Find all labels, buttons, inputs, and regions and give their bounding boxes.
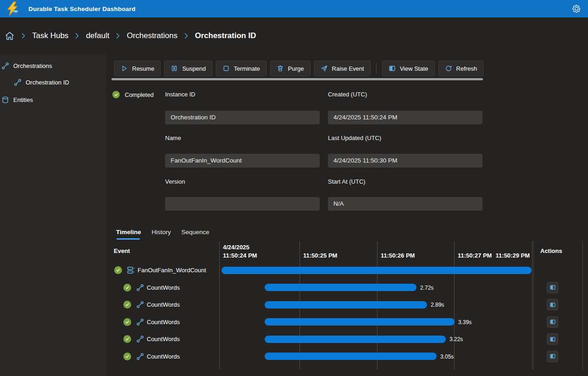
tab-history[interactable]: History (150, 228, 173, 240)
actions-column-header: Actions (540, 247, 562, 254)
toolbar-divider (376, 63, 377, 74)
raise-event-button[interactable]: Raise Event (314, 61, 371, 76)
field-label-name: Name (165, 135, 181, 141)
link-icon (136, 301, 144, 309)
sidebar-item-entities[interactable]: Entities (1, 94, 33, 106)
field-label-start-at-utc-: Start At (UTC) (328, 178, 366, 185)
status-label: Completed (125, 91, 154, 98)
event-status-check-icon (123, 353, 131, 360)
field-input-version[interactable] (165, 197, 320, 211)
gantt-bar[interactable] (265, 284, 416, 291)
database-icon (1, 96, 9, 104)
axis-tick-label: 11:50:25 PM (303, 243, 337, 260)
view-state-button[interactable]: View State (382, 61, 435, 76)
field-label-version: Version (165, 178, 185, 185)
tick-date (381, 243, 415, 252)
event-name: CountWords (147, 335, 180, 343)
suspend-button[interactable]: Suspend (164, 61, 212, 76)
field-input-start-at-utc-[interactable]: N/A (328, 197, 483, 211)
view-state-action-button[interactable] (547, 351, 558, 362)
link-icon (14, 79, 22, 86)
toolbar-button-label: Suspend (182, 65, 205, 72)
timeline-gridline (454, 241, 455, 370)
link-icon (136, 335, 144, 343)
breadcrumb-item-1[interactable]: default (86, 31, 109, 40)
gantt-bar[interactable] (265, 301, 427, 309)
event-status-check-icon (123, 284, 131, 292)
chevron-right-icon (114, 32, 122, 39)
horizontal-scrollbar[interactable] (111, 78, 483, 80)
sidebar-item-orchestration-id[interactable]: Orchestration ID (14, 76, 69, 88)
sidebar-item-orchestrations[interactable]: Orchestrations (1, 60, 52, 72)
tick-time: 11:50:29 PM (496, 252, 530, 260)
axis-tick-label: 4/24/202511:50:24 PM (223, 243, 257, 260)
gantt-bar[interactable] (265, 336, 446, 343)
sidebar-nav: OrchestrationsOrchestration IDEntities (0, 54, 106, 376)
event-status-check-icon (114, 266, 122, 274)
link-icon (1, 62, 9, 70)
actions-column-divider (533, 241, 534, 370)
orchestration-toolbar: ResumeSuspendTerminatePurgeRaise EventVi… (114, 61, 483, 76)
completed-check-icon (112, 91, 120, 98)
gantt-bar[interactable] (265, 353, 437, 360)
link-icon (136, 284, 144, 292)
event-column-header: Event (114, 247, 130, 254)
view-state-action-button[interactable] (547, 316, 558, 328)
tick-time: 11:50:27 PM (458, 252, 492, 260)
duration-label: 3.22s (449, 336, 463, 343)
toolbar-button-label: Terminate (234, 65, 260, 72)
sidebar-item-label: Entities (13, 96, 33, 103)
view-state-action-button[interactable] (547, 299, 558, 310)
tick-date (496, 243, 530, 252)
chevron-right-icon (73, 32, 81, 39)
status-badge: Completed (112, 91, 154, 98)
field-input-instance-id[interactable]: Orchestration ID (165, 111, 320, 124)
sidebar-item-label: Orchestrations (13, 62, 52, 69)
purge-button[interactable]: Purge (270, 61, 311, 76)
terminate-button[interactable]: Terminate (216, 61, 266, 76)
tick-date (303, 243, 337, 252)
link-icon (136, 318, 144, 326)
field-input-created-utc-[interactable]: 4/24/2025 11:50:24 PM (328, 111, 483, 124)
view-state-action-button[interactable] (547, 333, 558, 345)
gantt-bar[interactable] (222, 267, 532, 274)
detail-tabs: TimelineHistorySequence (114, 228, 211, 240)
toolbar-button-label: Resume (132, 65, 154, 72)
home-icon[interactable] (5, 31, 15, 41)
link-icon (136, 353, 144, 360)
duration-label: 3.39s (458, 319, 472, 326)
toolbar-button-label: View State (400, 65, 428, 72)
breadcrumb-item-0[interactable]: Task Hubs (32, 31, 68, 40)
breadcrumb-item-2[interactable]: Orchestrations (127, 31, 178, 40)
view-state-action-button[interactable] (547, 282, 558, 293)
settings-gear-icon[interactable] (570, 2, 583, 16)
toolbar-button-label: Purge (288, 65, 304, 72)
timeline-gridline (219, 241, 220, 370)
tab-sequence[interactable]: Sequence (179, 228, 212, 240)
event-status-check-icon (123, 335, 131, 343)
pause-icon (171, 65, 178, 72)
field-input-last-updated-utc-[interactable]: 4/24/2025 11:50:30 PM (328, 154, 483, 168)
event-name: CountWords (147, 353, 180, 361)
play-icon (121, 65, 128, 72)
gantt-bar[interactable] (265, 318, 455, 325)
event-name: FanOutFanIn_WordCount (138, 266, 206, 275)
app-title: Durable Task Scheduler Dashboard (28, 6, 135, 12)
field-input-name[interactable]: FanOutFanIn_WordCount (165, 154, 320, 168)
breadcrumb-item-3: Orchestration ID (195, 31, 256, 40)
timeline-right-edge-divider (582, 241, 583, 370)
resume-button[interactable]: Resume (114, 61, 161, 76)
toolbar-button-label: Refresh (456, 65, 477, 72)
axis-tick-label: 11:50:29 PM (496, 243, 530, 260)
timeline-gridline (532, 241, 533, 370)
tick-date (458, 243, 492, 252)
trash-icon (277, 65, 284, 72)
axis-tick-label: 11:50:26 PM (381, 243, 415, 260)
duration-label: 3.05s (440, 353, 454, 360)
tab-timeline[interactable]: Timeline (114, 228, 144, 240)
tick-time: 11:50:26 PM (381, 252, 415, 260)
suborchestration-icon (127, 266, 135, 274)
refresh-button[interactable]: Refresh (438, 61, 484, 76)
field-label-instance-id: Instance ID (165, 91, 195, 98)
body-row: OrchestrationsOrchestration IDEntities R… (0, 54, 588, 376)
